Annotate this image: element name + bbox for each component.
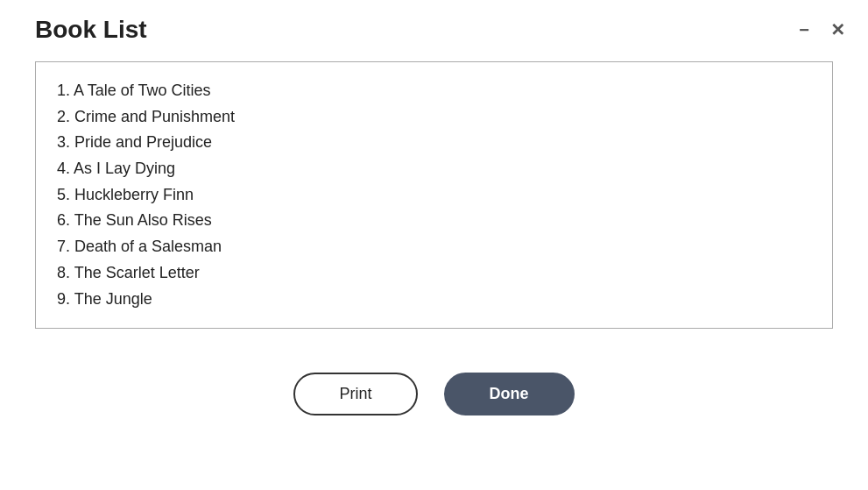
- list-item: 4. As I Lay Dying: [57, 156, 811, 182]
- button-area: Print Done: [35, 373, 833, 415]
- list-item: 3. Pride and Prejudice: [57, 130, 811, 156]
- list-item: 1. A Tale of Two Cities: [57, 78, 811, 104]
- list-item: 6. The Sun Also Rises: [57, 208, 811, 234]
- window-title: Book List: [35, 16, 147, 44]
- close-button[interactable]: ✕: [825, 19, 850, 40]
- list-item: 9. The Jungle: [57, 287, 811, 313]
- list-item: 2. Crime and Punishment: [57, 104, 811, 131]
- minimize-button[interactable]: −: [794, 19, 815, 40]
- list-item: 8. The Scarlet Letter: [57, 260, 811, 287]
- list-item: 7. Death of a Salesman: [57, 234, 811, 260]
- book-list: 1. A Tale of Two Cities2. Crime and Puni…: [57, 78, 811, 312]
- list-item: 5. Huckleberry Finn: [57, 182, 811, 209]
- window-controls: − ✕: [794, 16, 850, 40]
- content-area: 1. A Tale of Two Cities2. Crime and Puni…: [0, 53, 868, 433]
- done-button[interactable]: Done: [444, 373, 575, 415]
- title-bar: Book List − ✕: [0, 0, 868, 53]
- book-list-box: 1. A Tale of Two Cities2. Crime and Puni…: [35, 61, 833, 329]
- print-button[interactable]: Print: [293, 373, 417, 415]
